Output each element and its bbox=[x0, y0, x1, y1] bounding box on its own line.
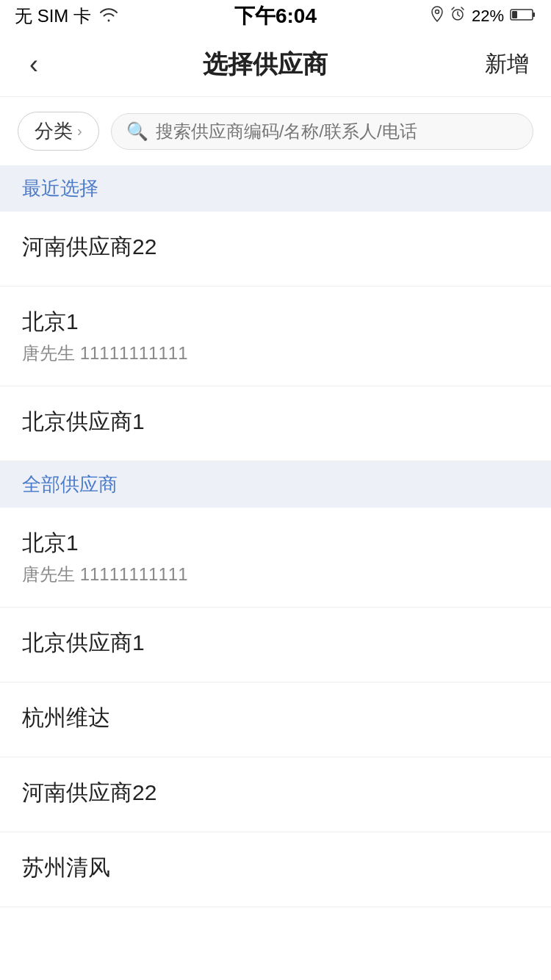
all-list: 北京1唐先生 11111111111北京供应商1杭州维达河南供应商22苏州清风 bbox=[0, 508, 551, 907]
add-button[interactable]: 新增 bbox=[485, 49, 529, 79]
item-name: 北京1 bbox=[22, 528, 529, 558]
item-name: 河南供应商22 bbox=[22, 778, 529, 808]
wifi-icon bbox=[98, 6, 119, 26]
svg-rect-3 bbox=[512, 11, 517, 18]
item-name: 北京供应商1 bbox=[22, 628, 529, 658]
nav-bar: ‹ 选择供应商 新增 bbox=[0, 32, 551, 97]
search-input[interactable] bbox=[156, 121, 518, 142]
carrier-text: 无 SIM 卡 bbox=[15, 4, 91, 28]
svg-point-0 bbox=[435, 10, 439, 14]
battery-text: 22% bbox=[472, 7, 504, 26]
svg-rect-4 bbox=[533, 12, 535, 17]
list-item[interactable]: 河南供应商22 bbox=[0, 212, 551, 287]
item-sub: 唐先生 11111111111 bbox=[22, 563, 529, 586]
alarm-icon bbox=[450, 6, 466, 26]
list-item[interactable]: 北京供应商1 bbox=[0, 386, 551, 461]
list-item[interactable]: 河南供应商22 bbox=[0, 757, 551, 832]
item-name: 北京1 bbox=[22, 307, 529, 337]
category-filter[interactable]: 分类 › bbox=[18, 112, 99, 151]
status-left: 无 SIM 卡 bbox=[15, 4, 119, 28]
status-right: 22% bbox=[431, 6, 536, 26]
search-icon: 🔍 bbox=[126, 121, 148, 142]
recent-list: 河南供应商22北京1唐先生 11111111111北京供应商1 bbox=[0, 212, 551, 461]
list-item[interactable]: 北京1唐先生 11111111111 bbox=[0, 287, 551, 386]
list-item[interactable]: 杭州维达 bbox=[0, 682, 551, 757]
category-label: 分类 bbox=[35, 118, 73, 144]
filter-bar: 分类 › 🔍 bbox=[0, 97, 551, 165]
battery-icon bbox=[510, 7, 536, 26]
item-name: 河南供应商22 bbox=[22, 232, 529, 262]
location-icon bbox=[431, 6, 444, 26]
all-section-header: 全部供应商 bbox=[0, 461, 551, 508]
item-name: 苏州清风 bbox=[22, 853, 529, 883]
item-sub: 唐先生 11111111111 bbox=[22, 342, 529, 365]
status-bar: 无 SIM 卡 下午6:04 22% bbox=[0, 0, 551, 32]
item-name: 杭州维达 bbox=[22, 703, 529, 733]
all-section-label: 全部供应商 bbox=[22, 473, 118, 495]
list-item[interactable]: 苏州清风 bbox=[0, 832, 551, 907]
back-button[interactable]: ‹ bbox=[22, 42, 46, 87]
item-name: 北京供应商1 bbox=[22, 407, 529, 437]
page-title: 选择供应商 bbox=[203, 48, 328, 82]
chevron-right-icon: › bbox=[77, 123, 82, 140]
recent-section-label: 最近选择 bbox=[22, 177, 98, 199]
status-time: 下午6:04 bbox=[234, 2, 317, 30]
list-item[interactable]: 北京1唐先生 11111111111 bbox=[0, 508, 551, 608]
list-item[interactable]: 北京供应商1 bbox=[0, 608, 551, 682]
search-box[interactable]: 🔍 bbox=[111, 113, 533, 150]
recent-section-header: 最近选择 bbox=[0, 165, 551, 212]
